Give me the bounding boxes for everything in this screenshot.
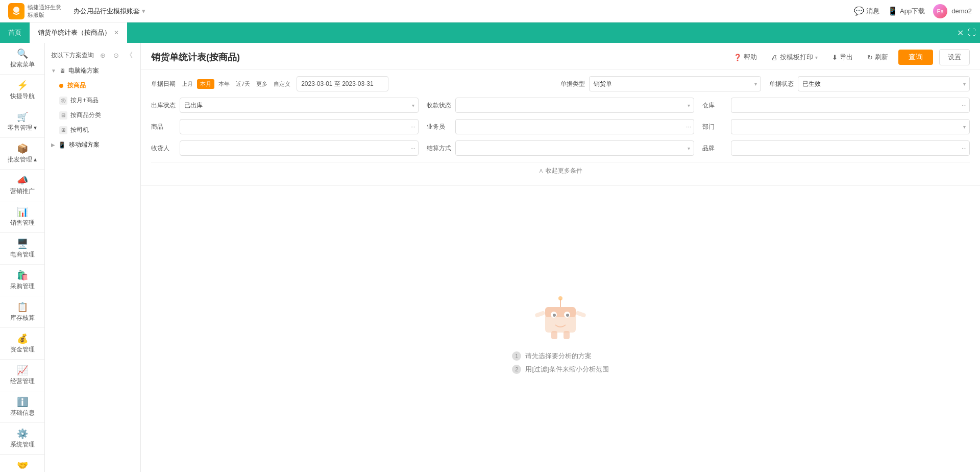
goods-dots-icon[interactable]: ··· xyxy=(410,123,415,130)
page-title: 销货单统计表(按商品) xyxy=(151,51,240,63)
doc-type-field: 单据类型 ▾ xyxy=(560,76,761,91)
empty-illustration xyxy=(530,284,591,345)
sidebar-item-basic[interactable]: ℹ️ 基础信息 xyxy=(0,391,44,423)
tab-home[interactable]: 首页 xyxy=(0,22,30,43)
collapse-conditions-button[interactable]: ∧ 收起更多条件 xyxy=(151,162,970,179)
quick-nav-icon: ⚡ xyxy=(2,80,42,91)
receiver-dots-icon[interactable]: ··· xyxy=(410,145,415,152)
download-icon: 📱 xyxy=(888,6,898,16)
sidebar: 🔍 搜索菜单 ⚡ 快捷导航 🛒 零售管理 ▾ 📦 批发管理 ▴ 📣 营销推广 📊… xyxy=(0,43,45,472)
goods-control: ··· xyxy=(180,119,419,134)
breadcrumb[interactable]: 办公用品行业模拟账套 ▾ xyxy=(74,7,145,16)
doc-status-input[interactable] xyxy=(798,76,970,91)
logo-area: 畅捷通好生意 标服版 xyxy=(8,3,61,19)
filter-add-icon[interactable]: ⊕ xyxy=(97,50,108,60)
tab-close-window[interactable]: ✕ xyxy=(957,28,964,38)
date-range-value: 2023-03-01 至 2023-03-31 xyxy=(301,80,373,88)
date-shortcut-thismonth[interactable]: 本月 xyxy=(197,79,214,89)
payment-input[interactable] xyxy=(455,140,694,156)
doc-type-input[interactable] xyxy=(589,76,761,91)
date-shortcuts: 上月 本月 本年 近7天 更多 自定义 xyxy=(180,79,292,89)
filter-group-mobile[interactable]: ▶ 📱 移动端方案 xyxy=(45,137,140,152)
query-button[interactable]: 查询 xyxy=(898,50,933,65)
staff-control: ··· xyxy=(455,119,694,134)
svg-rect-2 xyxy=(545,307,576,317)
goods-field: 商品 ··· xyxy=(151,119,419,134)
receiver-label: 收货人 xyxy=(151,144,176,153)
filter-group-pc[interactable]: ▼ 🖥 电脑端方案 xyxy=(45,63,140,78)
filter-settings-icon[interactable]: ⊙ xyxy=(111,50,121,60)
date-field: 单据日期 上月 本月 本年 近7天 更多 自定义 2023-03-01 至 20… xyxy=(151,76,552,91)
staff-field: 业务员 ··· xyxy=(427,119,694,134)
sidebar-item-purchase[interactable]: 🛍️ 采购管理 xyxy=(0,265,44,296)
filter-form: 单据日期 上月 本月 本年 近7天 更多 自定义 2023-03-01 至 20… xyxy=(141,70,980,186)
sidebar-item-finance[interactable]: 💰 资金管理 xyxy=(0,328,44,360)
user-area[interactable]: Ea demo2 xyxy=(933,4,972,18)
tab-sales-stats[interactable]: 销货单统计表（按商品） ✕ xyxy=(30,22,127,43)
tab-close-icon[interactable]: ✕ xyxy=(114,29,119,36)
out-status-input[interactable] xyxy=(180,98,419,113)
filter-item-by-driver[interactable]: ⊞ 按司机 xyxy=(45,123,140,137)
goods-input[interactable] xyxy=(180,119,419,134)
receipt-status-input[interactable] xyxy=(455,98,694,113)
date-shortcut-thisyear[interactable]: 本年 xyxy=(216,79,232,89)
svg-rect-10 xyxy=(564,331,570,339)
date-shortcut-lastmonth[interactable]: 上月 xyxy=(180,79,195,89)
sidebar-item-enterprise[interactable]: 🤝 企业协同 xyxy=(0,455,44,472)
settings-button[interactable]: 设置 xyxy=(939,49,970,65)
header-left: 畅捷通好生意 标服版 办公用品行业模拟账套 ▾ xyxy=(8,3,145,19)
help-button[interactable]: ❓ 帮助 xyxy=(729,51,761,64)
filter-item-by-month-goods[interactable]: ㊄ 按月+商品 xyxy=(45,93,140,108)
filter-row-4: 收货人 ··· 结算方式 ▾ 品牌 xyxy=(151,140,970,156)
page-actions: ❓ 帮助 🖨 按模板打印 ▾ ⬇ 导出 ↻ 刷新 xyxy=(729,49,970,65)
date-shortcut-custom[interactable]: 自定义 xyxy=(272,79,292,89)
sidebar-item-wholesale[interactable]: 📦 批发管理 ▴ xyxy=(0,138,44,170)
dept-control: ▾ xyxy=(731,119,970,134)
refresh-button[interactable]: ↻ 刷新 xyxy=(863,51,892,64)
payment-field: 结算方式 ▾ xyxy=(427,140,694,156)
date-range-input[interactable]: 2023-03-01 至 2023-03-31 xyxy=(297,76,388,91)
header-right: 💬 消息 📱 App下载 Ea demo2 xyxy=(854,4,972,18)
svg-rect-8 xyxy=(575,311,586,318)
warehouse-dots-icon[interactable]: ··· xyxy=(962,102,967,109)
sidebar-item-search[interactable]: 🔍 搜索菜单 xyxy=(0,43,44,75)
filter-collapse-icon[interactable]: 《 xyxy=(124,50,134,60)
filter-item-by-category[interactable]: ⊟ 按商品分类 xyxy=(45,108,140,123)
sidebar-item-marketing[interactable]: 📣 营销推广 xyxy=(0,170,44,201)
date-shortcut-more[interactable]: 更多 xyxy=(254,79,270,89)
empty-hint-1: 1 请先选择要分析的方案 xyxy=(512,351,608,361)
dept-input[interactable] xyxy=(731,119,970,134)
sidebar-item-ecommerce[interactable]: 🖥️ 电商管理 xyxy=(0,233,44,265)
sidebar-item-retail[interactable]: 🛒 零售管理 ▾ xyxy=(0,106,44,138)
brand-dots-icon[interactable]: ··· xyxy=(962,145,967,152)
print-icon: 🖨 xyxy=(771,54,778,61)
sidebar-item-inventory[interactable]: 📋 库存核算 xyxy=(0,296,44,328)
export-button[interactable]: ⬇ 导出 xyxy=(828,51,857,64)
sidebar-item-sales[interactable]: 📊 销售管理 xyxy=(0,201,44,233)
app-download-button[interactable]: 📱 App下载 xyxy=(888,6,925,16)
filter-item-by-goods[interactable]: 按商品 xyxy=(45,78,140,93)
out-status-label: 出库状态 xyxy=(151,101,176,110)
purchase-icon: 🛍️ xyxy=(2,270,42,281)
hint-1-text: 请先选择要分析的方案 xyxy=(525,351,592,361)
sidebar-item-operation[interactable]: 📈 经营管理 xyxy=(0,360,44,391)
sidebar-item-system[interactable]: ⚙️ 系统管理 xyxy=(0,423,44,455)
help-icon: ❓ xyxy=(733,54,742,61)
receiver-input[interactable] xyxy=(180,140,419,156)
msg-button[interactable]: 💬 消息 xyxy=(854,6,879,16)
marketing-icon: 📣 xyxy=(2,175,42,186)
staff-input[interactable] xyxy=(455,119,694,134)
sidebar-item-quick-nav[interactable]: ⚡ 快捷导航 xyxy=(0,75,44,106)
warehouse-input[interactable] xyxy=(731,98,970,113)
sales-icon: 📊 xyxy=(2,206,42,218)
refresh-icon: ↻ xyxy=(867,54,873,61)
date-shortcut-7days[interactable]: 近7天 xyxy=(234,79,252,89)
staff-dots-icon[interactable]: ··· xyxy=(686,123,691,130)
doc-status-label: 单据状态 xyxy=(769,80,794,88)
tab-expand-icon[interactable]: ⛶ xyxy=(968,28,976,37)
brand-input[interactable] xyxy=(731,140,970,156)
dept-label: 部门 xyxy=(702,123,727,131)
payment-label: 结算方式 xyxy=(427,144,451,153)
breadcrumb-arrow[interactable]: ▾ xyxy=(142,7,145,15)
print-button[interactable]: 🖨 按模板打印 ▾ xyxy=(767,51,822,64)
